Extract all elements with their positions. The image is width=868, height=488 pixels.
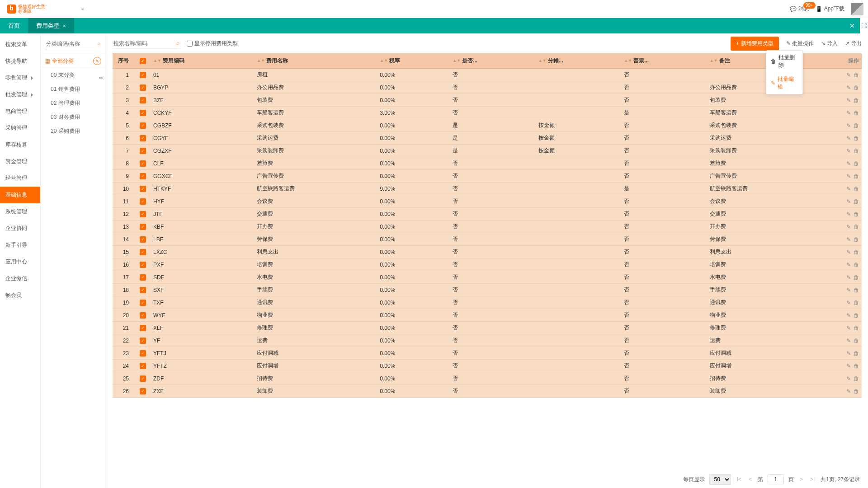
- col-ticket[interactable]: ▲▼普票...: [621, 53, 707, 69]
- table-row[interactable]: 11✓HYF会议费0.00%否否会议费✎🗑: [113, 195, 862, 208]
- row-checkbox[interactable]: ✓: [140, 325, 146, 331]
- delete-row-icon[interactable]: 🗑: [854, 287, 859, 293]
- edit-row-icon[interactable]: ✎: [846, 97, 851, 103]
- edit-row-icon[interactable]: ✎: [846, 198, 851, 205]
- delete-row-icon[interactable]: 🗑: [854, 262, 859, 268]
- table-row[interactable]: 23✓YFTJ应付调减0.00%否否应付调减✎🗑: [113, 347, 862, 360]
- search-icon[interactable]: ⌕: [97, 40, 100, 47]
- sidebar-item[interactable]: 批发管理: [0, 86, 40, 103]
- close-all-tabs-button[interactable]: ✕: [844, 18, 860, 33]
- all-categories[interactable]: ▤全部分类 ✎: [41, 54, 106, 68]
- sidebar-item[interactable]: 零售管理: [0, 70, 40, 86]
- row-checkbox[interactable]: ✓: [140, 363, 146, 369]
- sidebar-item[interactable]: 畅会员: [0, 287, 40, 304]
- delete-row-icon[interactable]: 🗑: [854, 198, 859, 205]
- row-checkbox[interactable]: ✓: [140, 338, 146, 344]
- edit-row-icon[interactable]: ✎: [846, 224, 851, 230]
- delete-row-icon[interactable]: 🗑: [854, 72, 859, 78]
- next-page-button[interactable]: >: [798, 476, 804, 483]
- row-checkbox[interactable]: ✓: [140, 236, 146, 243]
- delete-row-icon[interactable]: 🗑: [854, 224, 859, 230]
- edit-row-icon[interactable]: ✎: [846, 135, 851, 141]
- messages-link[interactable]: 💬 消息 99+: [790, 5, 809, 13]
- category-item[interactable]: 03 财务费用: [41, 110, 106, 124]
- delete-row-icon[interactable]: 🗑: [854, 249, 859, 255]
- table-row[interactable]: 14✓LBF劳保费0.00%否否劳保费✎🗑: [113, 233, 862, 246]
- edit-row-icon[interactable]: ✎: [846, 375, 851, 382]
- table-row[interactable]: 5✓CGBZF采购包装费0.00%是按金额否采购包装费✎🗑: [113, 119, 862, 132]
- sidebar-item[interactable]: 新手引导: [0, 237, 40, 253]
- row-checkbox[interactable]: ✓: [140, 287, 146, 293]
- table-row[interactable]: 22✓YF运费0.00%否否运费✎🗑: [113, 334, 862, 347]
- tab-home[interactable]: 首页: [0, 18, 28, 33]
- edit-row-icon[interactable]: ✎: [846, 287, 851, 293]
- edit-row-icon[interactable]: ✎: [846, 211, 851, 217]
- batch-delete-item[interactable]: 🗑批量删除: [766, 51, 802, 72]
- show-disabled-checkbox[interactable]: 显示停用费用类型: [187, 40, 238, 47]
- row-checkbox[interactable]: ✓: [140, 350, 146, 357]
- per-page-select[interactable]: 50: [709, 474, 731, 485]
- edit-row-icon[interactable]: ✎: [846, 312, 851, 319]
- edit-row-icon[interactable]: ✎: [846, 110, 851, 116]
- edit-row-icon[interactable]: ✎: [846, 300, 851, 306]
- table-row[interactable]: 6✓CGYF采购运费0.00%是按金额否采购运费✎🗑: [113, 132, 862, 145]
- logo[interactable]: 畅捷通好生意 标准版: [5, 4, 48, 14]
- delete-row-icon[interactable]: 🗑: [854, 300, 859, 306]
- sidebar-item[interactable]: 应用中心: [0, 253, 40, 270]
- row-checkbox[interactable]: ✓: [140, 84, 146, 91]
- prev-page-button[interactable]: <: [747, 476, 753, 483]
- row-checkbox[interactable]: ✓: [140, 110, 146, 116]
- col-alloc[interactable]: ▲▼分摊...: [536, 53, 621, 69]
- edit-row-icon[interactable]: ✎: [846, 173, 851, 179]
- row-checkbox[interactable]: ✓: [140, 135, 146, 141]
- row-checkbox[interactable]: ✓: [140, 148, 146, 154]
- table-row[interactable]: 18✓SXF手续费0.00%否否手续费✎🗑: [113, 284, 862, 296]
- row-checkbox[interactable]: ✓: [140, 388, 146, 394]
- row-checkbox[interactable]: ✓: [140, 312, 146, 319]
- row-checkbox[interactable]: ✓: [140, 186, 146, 192]
- row-checkbox[interactable]: ✓: [140, 375, 146, 382]
- import-button[interactable]: ↘导入: [821, 40, 838, 47]
- table-row[interactable]: 4✓CCKYF车船客运费3.00%否是车船客运费✎🗑: [113, 107, 862, 119]
- table-row[interactable]: 12✓JTF交通费0.00%否否交通费✎🗑: [113, 208, 862, 221]
- batch-operate-button[interactable]: ✎批量操作: [786, 40, 814, 47]
- search-icon[interactable]: ⌕: [176, 40, 179, 46]
- row-checkbox[interactable]: ✓: [140, 160, 146, 167]
- row-checkbox[interactable]: ✓: [140, 211, 146, 217]
- delete-row-icon[interactable]: 🗑: [854, 350, 859, 357]
- delete-row-icon[interactable]: 🗑: [854, 122, 859, 129]
- sidebar-item[interactable]: 电商管理: [0, 103, 40, 120]
- table-row[interactable]: 19✓TXF通讯费0.00%否否通讯费✎🗑: [113, 296, 862, 309]
- edit-row-icon[interactable]: ✎: [846, 350, 851, 357]
- page-input[interactable]: [768, 474, 784, 484]
- last-page-button[interactable]: >I: [809, 476, 816, 483]
- table-row[interactable]: 2✓BGYP办公用品费0.00%否否办公用品费✎🗑: [113, 81, 862, 94]
- delete-row-icon[interactable]: 🗑: [854, 274, 859, 281]
- delete-row-icon[interactable]: 🗑: [854, 388, 859, 394]
- sidebar-item[interactable]: 资金管理: [0, 153, 40, 170]
- table-row[interactable]: 10✓HTKYF航空铁路客运费9.00%否是航空铁路客运费✎🗑: [113, 183, 862, 195]
- delete-row-icon[interactable]: 🗑: [854, 236, 859, 243]
- delete-row-icon[interactable]: 🗑: [854, 325, 859, 331]
- sidebar-item[interactable]: 快捷导航: [0, 53, 40, 70]
- company-selector[interactable]: [52, 6, 89, 12]
- table-container[interactable]: 序号 ✓ ▲▼费用编码 ▲▼费用名称 ▲▼税率 ▲▼是否... ▲▼分摊... …: [106, 53, 868, 471]
- batch-edit-item[interactable]: ✎批量编辑: [766, 72, 802, 94]
- edit-row-icon[interactable]: ✎: [846, 274, 851, 281]
- row-checkbox[interactable]: ✓: [140, 224, 146, 230]
- delete-row-icon[interactable]: 🗑: [854, 160, 859, 167]
- sidebar-item[interactable]: 系统管理: [0, 203, 40, 220]
- category-search-input[interactable]: [45, 39, 101, 49]
- row-checkbox[interactable]: ✓: [140, 249, 146, 255]
- sidebar-item[interactable]: 经营管理: [0, 170, 40, 187]
- table-row[interactable]: 3✓BZF包装费0.00%否否包装费✎🗑: [113, 94, 862, 107]
- delete-row-icon[interactable]: 🗑: [854, 186, 859, 192]
- row-checkbox[interactable]: ✓: [140, 97, 146, 103]
- table-row[interactable]: 8✓CLF差旅费0.00%否否差旅费✎🗑: [113, 157, 862, 170]
- row-checkbox[interactable]: ✓: [140, 300, 146, 306]
- delete-row-icon[interactable]: 🗑: [854, 97, 859, 103]
- category-item[interactable]: 02 管理费用: [41, 96, 106, 110]
- sidebar-item[interactable]: 企业微信: [0, 270, 40, 287]
- row-checkbox[interactable]: ✓: [140, 274, 146, 281]
- edit-row-icon[interactable]: ✎: [846, 84, 851, 91]
